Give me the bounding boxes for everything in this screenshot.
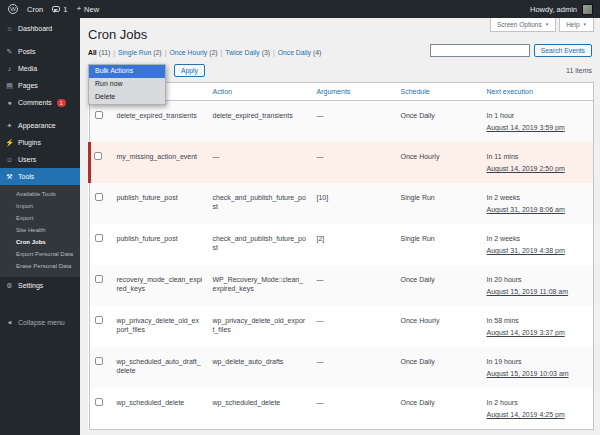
column-header-action[interactable]: Action bbox=[208, 83, 312, 101]
sidebar-item-label: Appearance bbox=[18, 121, 56, 130]
next-execution-cell: In 58 mins August 14, 2019 3:37 pm bbox=[482, 306, 594, 347]
row-checkbox[interactable] bbox=[94, 152, 102, 160]
sidebar-item-posts[interactable]: ✎ Posts bbox=[0, 43, 80, 60]
bulk-option-bulk-actions[interactable]: Bulk Actions bbox=[89, 65, 165, 78]
bulk-actions-dropdown: Bulk Actions Run nowDelete bbox=[88, 64, 166, 105]
filter-separator: | bbox=[220, 49, 222, 56]
tools-icon: ⚒ bbox=[5, 172, 14, 181]
screen-options-label: Screen Options bbox=[497, 21, 542, 28]
sidebar-item-pages[interactable]: ▤ Pages bbox=[0, 77, 80, 94]
search-events-button[interactable]: Search Events bbox=[534, 44, 592, 57]
filter-single-run: Single Run (2) bbox=[118, 49, 162, 56]
sidebar-item-appearance[interactable]: ✦ Appearance bbox=[0, 117, 80, 134]
row-checkbox[interactable] bbox=[95, 275, 103, 283]
filter-link[interactable]: Single Run bbox=[118, 49, 151, 56]
help-button[interactable]: Help ▼ bbox=[559, 18, 594, 32]
collapse-menu-label: Collapse menu bbox=[18, 318, 65, 327]
row-checkbox[interactable] bbox=[95, 111, 103, 119]
sidebar-item-label: Media bbox=[18, 64, 37, 73]
row-checkbox[interactable] bbox=[95, 316, 103, 324]
row-checkbox-cell bbox=[90, 183, 112, 224]
sidebar-item-label: Tools bbox=[18, 172, 34, 181]
action-cell: wp_delete_auto_drafts bbox=[208, 347, 312, 388]
next-execution-cell: In 19 hours August 15, 2019 10:03 am bbox=[482, 347, 594, 388]
next-execution-cell: In 11 mins August 14, 2019 2:50 pm bbox=[482, 142, 594, 183]
bulk-option-run-now[interactable]: Run now bbox=[89, 78, 165, 91]
filter-link[interactable]: Once Daily bbox=[278, 49, 311, 56]
row-checkbox[interactable] bbox=[95, 398, 103, 406]
new-content-menu[interactable]: + New bbox=[76, 5, 99, 14]
sidebar-item-users[interactable]: ☺ Users bbox=[0, 151, 80, 168]
sidebar-item-plugins[interactable]: ⚡ Plugins bbox=[0, 134, 80, 151]
sidebar-item-label: Settings bbox=[18, 281, 43, 290]
sidebar-item-dashboard[interactable]: ⌂ Dashboard bbox=[0, 20, 80, 37]
schedule-cell: Once Hourly bbox=[396, 306, 482, 347]
screen-options-button[interactable]: Screen Options ▼ bbox=[490, 18, 556, 32]
filter-link[interactable]: Once Hourly bbox=[169, 49, 207, 56]
table-row: publish_future_post check_and_publish_fu… bbox=[90, 224, 594, 265]
chevron-down-icon: ▼ bbox=[583, 22, 587, 27]
apply-button[interactable]: Apply bbox=[174, 64, 205, 77]
howdy-admin-menu[interactable]: Howdy, admin bbox=[530, 5, 577, 14]
next-execution-relative: In 11 mins bbox=[487, 152, 589, 161]
filter-link[interactable]: All bbox=[88, 49, 97, 56]
column-header-next-execution[interactable]: Next execution bbox=[482, 83, 594, 101]
next-execution-cell: In 2 weeks August 31, 2019 8:06 am bbox=[482, 183, 594, 224]
next-execution-date: August 31, 2019 8:06 am bbox=[487, 205, 589, 214]
pages-icon: ▤ bbox=[5, 81, 14, 90]
table-row: my_missing_action_event — — Once Hourly … bbox=[90, 142, 594, 183]
column-header-arguments[interactable]: Arguments bbox=[312, 83, 396, 101]
submenu-item-available-tools[interactable]: Available Tools bbox=[0, 188, 80, 200]
row-checkbox-cell bbox=[90, 265, 112, 306]
arguments-cell: [2] bbox=[312, 224, 396, 265]
row-checkbox-cell bbox=[90, 142, 112, 183]
comment-bubble-icon bbox=[52, 6, 60, 12]
media-icon: ♪ bbox=[5, 64, 14, 73]
users-icon: ☺ bbox=[5, 155, 14, 164]
arguments-cell: — bbox=[312, 142, 396, 183]
collapse-menu-button[interactable]: ◀ Collapse menu bbox=[0, 314, 80, 331]
next-execution-relative: In 58 mins bbox=[487, 316, 589, 325]
next-execution-date: August 14, 2019 3:59 pm bbox=[487, 123, 589, 132]
site-name-label: Cron bbox=[27, 5, 43, 14]
submenu-item-export-personal-data[interactable]: Export Personal Data bbox=[0, 248, 80, 260]
row-checkbox-cell bbox=[90, 388, 112, 430]
chevron-down-icon: ▼ bbox=[545, 22, 549, 27]
user-avatar[interactable] bbox=[582, 4, 593, 15]
row-checkbox[interactable] bbox=[95, 193, 103, 201]
sidebar-item-tools[interactable]: ⚒ Tools bbox=[0, 168, 80, 185]
filter-separator: | bbox=[273, 49, 275, 56]
submenu-item-import[interactable]: Import bbox=[0, 200, 80, 212]
filter-once-hourly: Once Hourly (2) bbox=[169, 49, 217, 56]
filter-separator: | bbox=[165, 49, 167, 56]
arguments-cell: — bbox=[312, 101, 396, 143]
sidebar-item-comments[interactable]: ● Comments 1 bbox=[0, 94, 80, 111]
arguments-cell: — bbox=[312, 306, 396, 347]
table-row: publish_future_post check_and_publish_fu… bbox=[90, 183, 594, 224]
arguments-cell: [10] bbox=[312, 183, 396, 224]
submenu-item-erase-personal-data[interactable]: Erase Personal Data bbox=[0, 260, 80, 272]
search-input[interactable] bbox=[430, 44, 530, 57]
column-header-schedule[interactable]: Schedule bbox=[396, 83, 482, 101]
row-checkbox[interactable] bbox=[95, 234, 103, 242]
sidebar-item-label: Dashboard bbox=[18, 24, 52, 33]
submenu-item-export[interactable]: Export bbox=[0, 212, 80, 224]
filter-count: (2) bbox=[153, 49, 161, 56]
site-name-menu[interactable]: Cron bbox=[27, 5, 43, 14]
submenu-item-cron-jobs[interactable]: Cron Jobs bbox=[0, 236, 80, 248]
sidebar-item-settings[interactable]: ⚙ Settings bbox=[0, 277, 80, 294]
submenu-item-site-health[interactable]: Site Health bbox=[0, 224, 80, 236]
sidebar-item-label: Pages bbox=[18, 81, 38, 90]
admin-bar-comments[interactable]: 1 bbox=[52, 5, 67, 14]
schedule-cell: Once Daily bbox=[396, 265, 482, 306]
bulk-actions-select[interactable]: Bulk Actions Run nowDelete bbox=[88, 64, 166, 78]
bulk-option-delete[interactable]: Delete bbox=[89, 91, 165, 104]
next-execution-date: August 14, 2019 2:50 pm bbox=[487, 164, 589, 173]
wordpress-logo-icon[interactable]: W bbox=[8, 4, 18, 14]
filter-link[interactable]: Twice Daily bbox=[225, 49, 259, 56]
help-label: Help bbox=[566, 21, 579, 28]
next-execution-cell: In 1 hour August 14, 2019 3:59 pm bbox=[482, 101, 594, 143]
sidebar-item-media[interactable]: ♪ Media bbox=[0, 60, 80, 77]
row-checkbox-cell bbox=[90, 224, 112, 265]
row-checkbox[interactable] bbox=[95, 357, 103, 365]
